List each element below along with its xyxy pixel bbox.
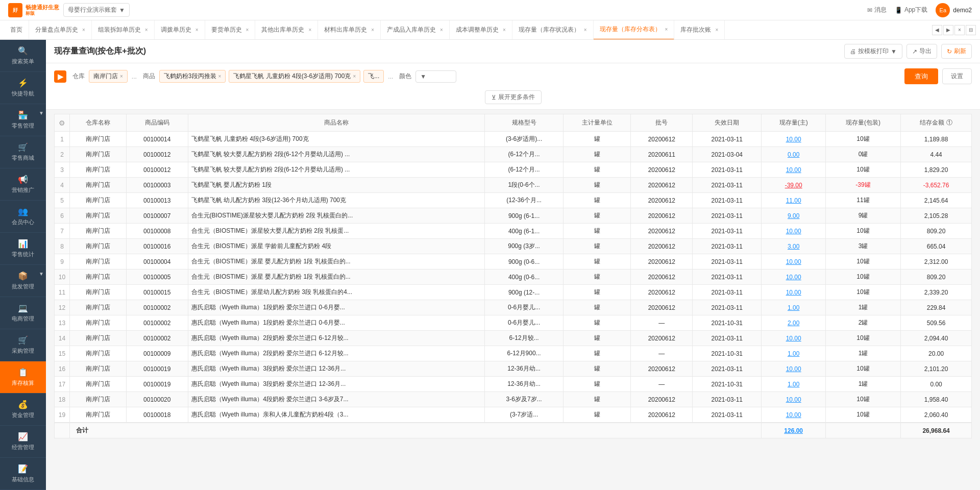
tab-product-inbound[interactable]: 产成品入库单历史 × [381,20,450,40]
row-qty-main[interactable]: 10.00 [762,407,825,423]
row-qty-main[interactable]: 0.00 [762,147,825,162]
row-qty-pkg: 10罐 [825,285,900,300]
row-qty-main[interactable]: 11.00 [762,193,825,208]
refresh-button[interactable]: ↻ 刷新 [941,44,972,59]
nav-next-arrow[interactable]: ▶ [943,25,953,35]
app-download-btn[interactable]: 📱 App下载 [895,6,927,14]
warehouse-tag[interactable]: 南岸门店 × [89,70,128,83]
row-qty-main[interactable]: 10.00 [762,224,825,239]
tab-other-outbound[interactable]: 其他出库单历史 × [255,20,318,40]
sidebar-item-marketing[interactable]: 📢 营销推广 [0,168,46,201]
user-area[interactable]: Ea demo2 [936,3,972,17]
row-qty-main[interactable]: 1.00 [762,346,825,361]
close-tab-icon[interactable]: × [503,27,506,33]
remove-warehouse-icon[interactable]: × [120,74,123,79]
sidebar-item-ops[interactable]: 📈 经营管理 [0,426,46,458]
sidebar-item-search[interactable]: 🔍 搜索英单 [0,40,46,72]
color-selector[interactable]: ▼ [415,70,456,83]
row-qty-main[interactable]: 9.00 [762,208,825,224]
row-qty-main[interactable]: 10.00 [762,331,825,346]
close-tab-icon[interactable]: × [715,27,718,33]
sidebar-item-ecommerce[interactable]: 💻 电商管理 [0,297,46,329]
tab-disassemble[interactable]: 组装拆卸单历史 × [92,20,155,40]
product-tag-more[interactable]: 飞... [363,70,384,83]
row-qty-main[interactable]: 10.00 [762,270,825,285]
remove-product-1-icon[interactable]: × [218,74,222,79]
row-qty-main[interactable]: 10.00 [762,392,825,407]
row-unit: 罐 [563,147,631,162]
product-tag-2[interactable]: 飞鹤星飞帆 儿童奶粉 4段(3-6岁适用) 700克 × [229,70,360,83]
row-qty-main[interactable]: -39.00 [762,178,825,193]
th-warehouse: 仓库名称 [70,114,127,132]
row-qty-main[interactable]: 10.00 [762,361,825,377]
table-row: 19 南岸门店 00100018 惠氏启聪（Wyeth illuma）亲和人体儿… [55,407,972,423]
tab-current-qty-dist[interactable]: 现存量（库存分布表） × [594,20,675,40]
product-tag-1[interactable]: 飞鹤奶粉3段丙推装 × [159,70,226,83]
more-products-btn[interactable]: ... [388,73,393,80]
tab-partial-inventory[interactable]: 分量盘点单历史 × [29,20,92,40]
print-button[interactable]: 🖨 按模板打印 ▼ [844,44,902,59]
tab-cost-adjust[interactable]: 成本调整单历史 × [450,20,512,40]
tab-material-outbound[interactable]: 材料出库单历史 × [318,20,381,40]
nav-prev-arrow[interactable]: ◀ [932,25,942,35]
tab-transfer[interactable]: 调拨单历史 × [155,20,205,40]
row-spec: 0-6月婴儿... [485,315,563,331]
row-balance: 1,829.20 [901,162,972,178]
row-code: 00100019 [126,377,188,392]
gear-icon[interactable]: ⚙ [59,119,65,127]
row-qty-main[interactable]: 10.00 [762,132,825,147]
close-tab-icon[interactable]: × [195,27,199,33]
filter-toggle[interactable]: ▶ [54,70,66,83]
product-tags: 飞鹤奶粉3段丙推装 × 飞鹤星飞帆 儿童奶粉 4段(3-6岁适用) 700克 ×… [159,70,384,83]
row-qty-main[interactable]: 1.00 [762,300,825,315]
message-btn[interactable]: ✉ 消息 [867,6,887,14]
close-tab-icon[interactable]: × [665,27,668,32]
row-qty-main[interactable]: 3.00 [762,239,825,254]
sidebar-item-members[interactable]: 👥 会员中心 [0,201,46,233]
sidebar-item-shortcuts[interactable]: ⚡ 快捷导航 [0,72,46,104]
tab-requisition[interactable]: 要货单历史 × [205,20,256,40]
row-qty-pkg: 10罐 [825,224,900,239]
close-tab-icon[interactable]: × [145,27,148,33]
sidebar-item-basic[interactable]: 📝 基础信息 [0,458,46,490]
row-batch: — [631,346,693,361]
expand-more-btn[interactable]: ⊻ 展开更多条件 [485,90,542,104]
more-warehouses-btn[interactable]: ... [132,73,137,80]
sidebar-item-retail[interactable]: 🏪 零售管理 ▼ [0,104,46,136]
sidebar-item-wholesale[interactable]: 📦 批发管理 ▼ [0,265,46,297]
query-button[interactable]: 查询 [904,68,938,84]
row-qty-main[interactable]: 10.00 [762,254,825,270]
row-qty-main[interactable]: 1.00 [762,377,825,392]
sidebar-item-retail-shop[interactable]: 🛒 零售商城 [0,136,46,168]
remove-product-2-icon[interactable]: × [353,74,356,79]
close-tab-icon[interactable]: × [440,27,443,33]
nav-close-all[interactable]: × [954,25,965,35]
row-qty-pkg: 10罐 [825,331,900,346]
close-tab-icon[interactable]: × [82,27,85,33]
sidebar-item-finance[interactable]: 💰 资金管理 [0,394,46,426]
nav-expand[interactable]: ⊟ [966,25,976,35]
row-balance: 4.44 [901,147,972,162]
row-code: 00100005 [126,270,188,285]
close-tab-icon[interactable]: × [246,27,249,33]
tab-batch-voucher[interactable]: 库存批次账 × [674,20,725,40]
sidebar-item-retail-stats[interactable]: 📊 零售统计 [0,233,46,265]
export-button[interactable]: ↗ 导出 [906,44,937,59]
row-unit: 罐 [563,270,631,285]
close-tab-icon[interactable]: × [371,27,374,33]
tab-home[interactable]: 首页 [4,20,29,40]
row-warehouse: 南岸门店 [70,178,127,193]
row-qty-main[interactable]: 2.00 [762,315,825,331]
shortcuts-icon: ⚡ [18,78,28,88]
sidebar-item-inventory[interactable]: 📋 库存核算 [0,361,46,394]
settings-button[interactable]: 设置 [942,68,972,84]
close-tab-icon[interactable]: × [584,27,587,33]
row-qty-main[interactable]: 10.00 [762,285,825,300]
industry-selector[interactable]: 母婴行业演示账套 ▼ [63,3,130,17]
row-spec: 900g (12-... [485,285,563,300]
row-qty-main[interactable]: 10.00 [762,162,825,178]
tab-current-qty-status[interactable]: 现存量（库存状况表） × [512,20,594,40]
close-tab-icon[interactable]: × [308,27,311,33]
row-batch: 20200612 [631,208,693,224]
sidebar-item-purchase[interactable]: 🛒 采购管理 [0,329,46,361]
